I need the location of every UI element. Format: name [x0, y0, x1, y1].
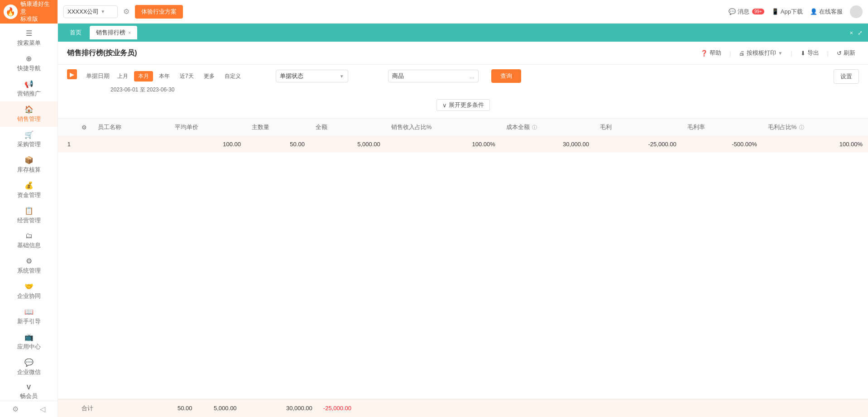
help-button[interactable]: ❓ 帮助 [697, 47, 725, 59]
sidebar-settings-btn[interactable]: ⚙ [12, 405, 19, 413]
user-avatar[interactable] [850, 5, 863, 18]
main-area: XXXXX公司 ▼ ⚙ 体验行业方案 💬 消息 99+ 📱 App下载 👤 在线… [58, 0, 868, 417]
sidebar-item-enterprise-wechat[interactable]: 💬 企业微信 [0, 355, 58, 380]
basic-info-icon: 🗂 [25, 232, 33, 240]
col-gross-rate: 毛利率 [682, 119, 762, 136]
print-button[interactable]: 🖨 按模板打印 ▼ [735, 47, 786, 59]
date-btn-more[interactable]: 更多 [200, 71, 219, 81]
enterprise-wechat-icon: 💬 [24, 358, 34, 367]
top-header: XXXXX公司 ▼ ⚙ 体验行业方案 💬 消息 99+ 📱 App下载 👤 在线… [58, 0, 868, 24]
cell-gross-rate: -500.00% [682, 136, 762, 153]
marketing-icon: 📢 [24, 80, 34, 88]
col-main-qty: 主数量 [246, 119, 310, 136]
footer-amount: 5,000.00 [208, 405, 245, 412]
set-button[interactable]: 设置 [834, 69, 859, 84]
tab-sales-ranking[interactable]: 销售排行榜 × [90, 26, 137, 39]
col-gross-pct: 毛利占比% ⓘ [762, 119, 868, 136]
col-employee-name: 员工名称 [92, 119, 169, 136]
company-selector[interactable]: XXXXX公司 ▼ [63, 5, 118, 18]
sidebar-item-search-orders[interactable]: ☰ 搜索菜单 [0, 25, 58, 51]
sidebar-collapse-btn[interactable]: ◁ [40, 405, 45, 413]
footer-gross: -25,000.00 [318, 405, 357, 412]
sidebar-item-newbie-guide[interactable]: 📖 新手引导 [0, 304, 58, 329]
sidebar-item-app-center[interactable]: 📺 应用中心 [0, 329, 58, 355]
company-chevron-icon: ▼ [101, 9, 105, 14]
newbie-guide-icon: 📖 [24, 307, 34, 316]
tab-bar: 首页 销售排行榜 × × ⤢ [58, 24, 868, 42]
vip-icon: V [27, 383, 31, 391]
header-settings-icon[interactable]: ⚙ [123, 7, 129, 16]
sidebar-bottom: ⚙ ◁ [0, 401, 58, 417]
status-label: 单据状态 [280, 72, 303, 80]
logo-icon: 🔥 [4, 5, 18, 19]
cell-amount: 5,000.00 [310, 136, 386, 153]
tab-controls: × ⤢ [849, 29, 863, 36]
sidebar-item-marketing[interactable]: 📢 营销推广 [0, 76, 58, 101]
col-settings[interactable]: ⚙ [76, 119, 92, 136]
table-container: ⚙ 员工名称 平均单价 主数量 全额 销售收入占比% 成本全额 ⓘ 毛利 毛利率 [58, 119, 868, 399]
expand-row: ∨ 展开更多条件 [67, 96, 859, 114]
refresh-icon: ↺ [837, 50, 842, 57]
purchase-mgmt-icon: 🛒 [24, 130, 34, 139]
tab-close-icon[interactable]: × [128, 30, 131, 35]
query-button[interactable]: 查询 [491, 69, 521, 83]
window-close-icon[interactable]: × [849, 29, 853, 36]
sidebar-item-quick-nav[interactable]: ⊕ 快捷导航 [0, 51, 58, 76]
tab-home[interactable]: 首页 [63, 25, 88, 40]
quick-nav-icon: ⊕ [26, 54, 32, 63]
message-group[interactable]: 💬 消息 99+ [729, 8, 764, 16]
print-chevron-icon: ▼ [778, 51, 782, 56]
export-button[interactable]: ⬇ 导出 [797, 47, 823, 59]
date-btn-this-month[interactable]: 本月 [134, 71, 153, 81]
date-btn-7days[interactable]: 近7天 [176, 71, 198, 81]
sidebar-item-operations[interactable]: 📋 经营管理 [0, 203, 58, 228]
sidebar-nav: ☰ 搜索菜单 ⊕ 快捷导航 📢 营销推广 🏠 销售管理 🛒 采购管理 📦 库存核… [0, 24, 58, 401]
header-right: 💬 消息 99+ 📱 App下载 👤 在线客服 [729, 5, 863, 18]
sidebar-item-purchase-mgmt[interactable]: 🛒 采购管理 [0, 127, 58, 152]
date-range-buttons: 上月 本月 本年 近7天 更多 自定义 [113, 71, 245, 81]
col-rank [58, 119, 76, 136]
trial-button[interactable]: 体验行业方案 [135, 5, 183, 19]
sales-mgmt-icon: 🏠 [24, 105, 34, 114]
data-table: ⚙ 员工名称 平均单价 主数量 全额 销售收入占比% 成本全额 ⓘ 毛利 毛利率 [58, 119, 868, 153]
goods-filter[interactable]: 商品 ... [388, 70, 479, 82]
cell-gross-pct: 100.00% [762, 136, 868, 153]
app-center-icon: 📺 [24, 333, 34, 341]
status-filter[interactable]: 单据状态 ▼ [276, 70, 348, 82]
online-service-group[interactable]: 👤 在线客服 [810, 8, 843, 16]
app-download-group[interactable]: 📱 App下载 [772, 8, 803, 16]
sidebar-item-vip[interactable]: V 畅会员 [0, 380, 58, 401]
sidebar-item-sales-mgmt[interactable]: 🏠 销售管理 [0, 101, 58, 127]
cell-cost-amount: 30,000.00 [501, 136, 595, 153]
message-badge: 99+ [752, 9, 764, 14]
col-gross: 毛利 [595, 119, 682, 136]
page-title: 销售排行榜(按业务员) [67, 48, 137, 58]
footer-values: 50.00 5,000.00 30,000.00 -25,000.00 [136, 405, 863, 412]
date-btn-this-year[interactable]: 本年 [155, 71, 174, 81]
message-icon: 💬 [729, 8, 736, 15]
enterprise-collab-icon: 🤝 [24, 282, 34, 291]
sidebar-item-basic-info[interactable]: 🗂 基础信息 [0, 228, 58, 253]
sidebar-item-inventory[interactable]: 📦 库存核算 [0, 152, 58, 177]
sidebar-item-enterprise-collab[interactable]: 🤝 企业协同 [0, 278, 58, 304]
cell-rank: 1 [58, 136, 76, 153]
page-actions: ❓ 帮助 | 🖨 按模板打印 ▼ | ⬇ 导出 | ↺ 刷新 [697, 47, 859, 59]
cost-amount-info-icon[interactable]: ⓘ [532, 125, 537, 130]
sidebar-item-finance[interactable]: 💰 资金管理 [0, 177, 58, 203]
date-range-display: 2023-06-01 至 2023-06-30 [110, 86, 521, 94]
logo-text: 畅康通好生意 标准版 [20, 0, 54, 24]
logo: 🔥 畅康通好生意 标准版 [0, 0, 58, 24]
expand-more-btn[interactable]: ∨ 展开更多条件 [436, 99, 490, 111]
col-amount: 全额 [310, 119, 386, 136]
date-btn-custom[interactable]: 自定义 [221, 71, 245, 81]
finance-icon: 💰 [24, 181, 34, 190]
date-btn-last-month[interactable]: 上月 [113, 71, 132, 81]
gross-pct-info-icon[interactable]: ⓘ [799, 125, 804, 130]
refresh-button[interactable]: ↺ 刷新 [833, 47, 859, 59]
sidebar-item-system-mgmt[interactable]: ⚙ 系统管理 [0, 253, 58, 278]
status-chevron-icon: ▼ [340, 74, 344, 79]
sidebar: 🔥 畅康通好生意 标准版 ☰ 搜索菜单 ⊕ 快捷导航 📢 营销推广 🏠 销售管理… [0, 0, 58, 417]
cell-sales-pct: 100.00% [386, 136, 501, 153]
filter-toggle-btn[interactable]: ▶ [67, 69, 77, 79]
window-maximize-icon[interactable]: ⤢ [858, 29, 863, 36]
